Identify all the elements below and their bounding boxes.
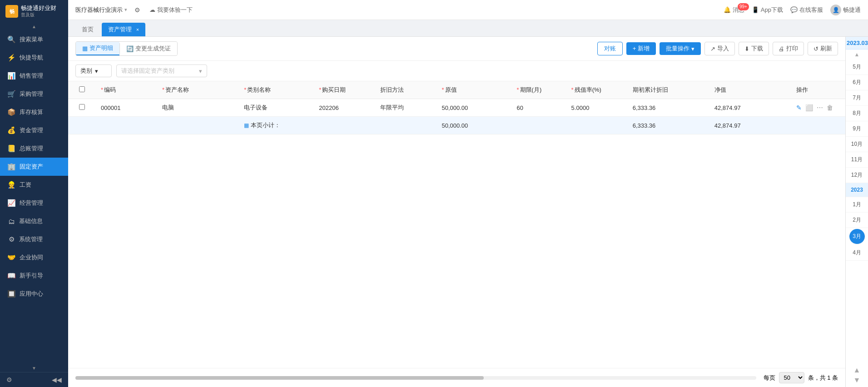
tab-close-icon[interactable]: × [136, 27, 139, 32]
logo-name: 畅捷通好业财 [21, 5, 56, 12]
company-gear-icon[interactable]: ⚙ [134, 6, 140, 14]
date-item-7[interactable]: 7月 [846, 90, 868, 106]
user-btn[interactable]: 👤 畅捷通 [830, 5, 861, 15]
subtotal-empty-check [68, 117, 95, 134]
copy-icon[interactable]: ⬜ [805, 104, 813, 111]
sidebar-item-system[interactable]: ⚙ 系统管理 [0, 230, 68, 248]
date-item-12[interactable]: 12月 [846, 168, 868, 183]
date-item-3-current[interactable]: 3月 [849, 229, 865, 244]
refresh-button[interactable]: ↺ 刷新 [808, 42, 838, 55]
company-selector[interactable]: 医疗器械行业演示 ▾ [75, 6, 127, 14]
row-actions-cell: ✎ ⬜ ⋯ 🗑 [791, 99, 845, 117]
batch-button[interactable]: 批量操作 ▾ [660, 42, 701, 55]
tab-home[interactable]: 首页 [75, 23, 100, 36]
sidebar: 畅 畅捷通好业财 普及版 ▲ 🔍 搜索菜单 ⚡ 快捷导航 📊 销售管理 🛒 采购… [0, 0, 68, 387]
tab-asset-detail[interactable]: ▦ 资产明细 [76, 42, 119, 55]
category-filter-select[interactable]: 类别 ▾ [75, 64, 112, 77]
panel-bottom-up-icon[interactable]: ▲ [848, 366, 865, 374]
app-download-btn[interactable]: 📱 App下载 [752, 6, 783, 14]
download-icon: ⬇ [744, 45, 749, 52]
subtotal-row: ▦ 本页小计： 50,000.00 6,333.36 4 [68, 117, 845, 134]
guide-icon: 📖 [7, 272, 16, 280]
date-item-11[interactable]: 11月 [846, 152, 868, 168]
sidebar-item-funds[interactable]: 💰 资金管理 [0, 121, 68, 139]
date-item-4[interactable]: 4月 [846, 245, 868, 261]
more-icon[interactable]: ⋯ [817, 104, 823, 111]
date-item-8[interactable]: 8月 [846, 106, 868, 121]
row-depr-method: 年限平均 [375, 99, 436, 117]
tab-change-voucher[interactable]: 🔄 变更生成凭证 [120, 42, 177, 55]
horizontal-scrollbar-track[interactable] [75, 376, 756, 380]
edit-icon[interactable]: ✎ [796, 104, 802, 111]
sidebar-item-fixed-assets-label: 固定资产 [20, 163, 43, 171]
tab-change-voucher-label: 变更生成凭证 [135, 45, 171, 53]
date-item-9[interactable]: 9月 [846, 121, 868, 137]
sidebar-item-inventory[interactable]: 📦 库存核算 [0, 103, 68, 121]
sidebar-item-basic-info[interactable]: 🗂 基础信息 [0, 212, 68, 230]
date-item-2[interactable]: 2月 [846, 213, 868, 228]
operations-icon: 📈 [7, 199, 16, 207]
right-panel: ✕ ⤢ 2023.03 ▲ 5月 6月 7月 8月 9月 10月 11月 12月… [845, 37, 868, 387]
sidebar-item-sales[interactable]: 📊 销售管理 [0, 67, 68, 85]
horizontal-scrollbar-thumb[interactable] [75, 376, 484, 380]
enterprise-icon: 🤝 [7, 253, 16, 262]
delete-icon[interactable]: 🗑 [827, 104, 833, 111]
account-button[interactable]: 对账 [597, 42, 623, 55]
experience-btn[interactable]: ☁ 我要体验一下 [149, 6, 193, 14]
date-item-1[interactable]: 1月 [846, 197, 868, 213]
sidebar-nav: 🔍 搜索菜单 ⚡ 快捷导航 📊 销售管理 🛒 采购管理 📦 库存核算 💰 资金管… [0, 30, 68, 364]
row-checkbox[interactable] [79, 104, 85, 110]
year-display: 2023.03 [847, 40, 868, 46]
sidebar-item-payroll[interactable]: 👷 工资 [0, 176, 68, 194]
col-purchase-date-header: *购买日期 [313, 81, 375, 99]
category-label: 类别 [80, 67, 92, 75]
sidebar-item-payroll-label: 工资 [20, 181, 31, 189]
per-page-select[interactable]: 50 100 200 [779, 372, 804, 383]
date-item-5[interactable]: 5月 [846, 60, 868, 75]
col-code-header: *编码 [95, 81, 157, 99]
content-area: 首页 资产管理 × ▦ 资产明细 🔄 [68, 20, 868, 387]
funds-icon: 💰 [7, 126, 16, 134]
subtotal-empty-code [95, 117, 157, 134]
download-button[interactable]: ⬇ 下载 [739, 42, 769, 55]
sidebar-item-purchase-label: 采购管理 [20, 90, 43, 98]
settings-icon[interactable]: ⚙ [6, 376, 12, 383]
sidebar-item-apps[interactable]: 🔲 应用中心 [0, 285, 68, 303]
online-service-btn[interactable]: 💬 在线客服 [790, 6, 823, 14]
row-net-value: 42,874.97 [709, 99, 791, 117]
date-item-10[interactable]: 10月 [846, 137, 868, 152]
date-scroll-up-btn[interactable]: ▲ [846, 50, 868, 60]
row-residual-rate: 5.0000 [566, 99, 627, 117]
col-period-header: *期限(月) [511, 81, 566, 99]
import-icon: ↗ [710, 45, 715, 52]
sidebar-item-basic-info-label: 基础信息 [19, 217, 43, 225]
print-button[interactable]: 🖨 打印 [773, 42, 804, 55]
collapse-icon[interactable]: ◀◀ [52, 376, 62, 383]
import-button[interactable]: ↗ 导入 [704, 42, 735, 55]
download-icon: 📱 [752, 6, 759, 13]
select-all-checkbox[interactable] [79, 86, 85, 92]
topbar: 医疗器械行业演示 ▾ ⚙ ☁ 我要体验一下 🔔 消息 99+ 📱 App下载 💬… [68, 0, 868, 20]
sidebar-item-fixed-assets[interactable]: 🏢 固定资产 [0, 158, 68, 176]
batch-chevron-icon: ▾ [691, 45, 694, 52]
sidebar-item-operations[interactable]: 📈 经营管理 [0, 194, 68, 212]
sidebar-item-search[interactable]: 🔍 搜索菜单 [0, 30, 68, 49]
sidebar-item-quicknav-label: 快捷导航 [20, 54, 43, 62]
sidebar-scroll-up[interactable]: ▲ [0, 23, 68, 30]
panel-bottom-down-icon[interactable]: ▼ [848, 376, 865, 384]
refresh-icon: ↺ [813, 45, 818, 52]
date-item-6[interactable]: 6月 [846, 75, 868, 90]
date-item-year-2023: 2023 [846, 183, 868, 197]
tab-asset-label: 资产管理 [108, 26, 132, 33]
sidebar-item-quicknav[interactable]: ⚡ 快捷导航 [0, 49, 68, 67]
sidebar-item-enterprise[interactable]: 🤝 企业协同 [0, 248, 68, 267]
sidebar-scroll-down[interactable]: ▼ [0, 364, 68, 372]
sidebar-bottom: ⚙ ◀◀ [0, 372, 68, 387]
sidebar-item-purchase[interactable]: 🛒 采购管理 [0, 85, 68, 103]
new-button[interactable]: + 新增 [626, 42, 656, 55]
messages-btn[interactable]: 🔔 消息 99+ [724, 6, 744, 14]
tab-asset-management[interactable]: 资产管理 × [102, 23, 145, 36]
sidebar-item-guide[interactable]: 📖 新手引导 [0, 267, 68, 285]
sidebar-item-ledger[interactable]: 📒 总账管理 [0, 139, 68, 158]
category-input[interactable]: 请选择固定资产类别 ▾ [116, 64, 207, 77]
